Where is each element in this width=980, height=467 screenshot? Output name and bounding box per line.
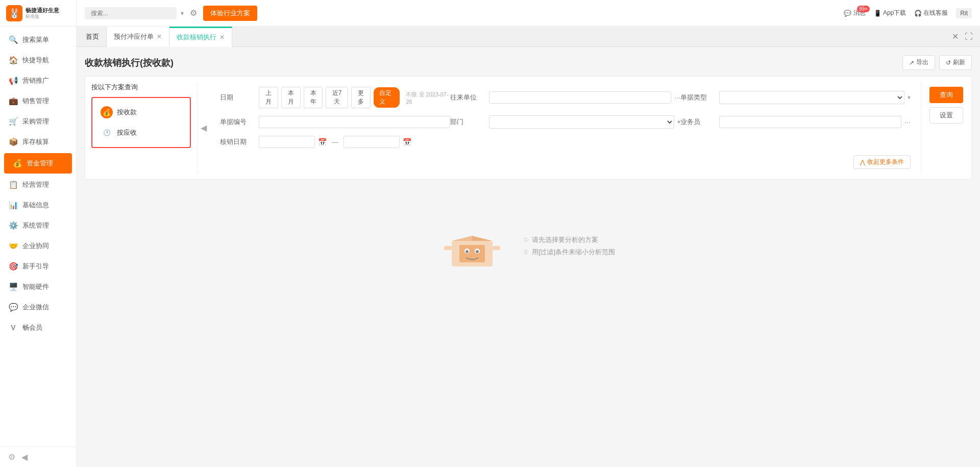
wechat-icon: 💬	[8, 302, 18, 312]
sidebar-item-sales[interactable]: 💼 销售管理	[0, 91, 76, 111]
refresh-icon: ↺	[946, 59, 951, 66]
info-icon: 📊	[8, 200, 18, 210]
bill-type-arrow: ▾	[908, 94, 911, 101]
setting-btn[interactable]: 设置	[929, 107, 963, 124]
salesman-field: 业务员 ···	[680, 116, 911, 128]
sidebar-item-purchase[interactable]: 🛒 采购管理	[0, 111, 76, 132]
empty-state: ① 请先选择要分析的方案 ② 用[过滤]条件来缩小分析范围	[85, 180, 972, 302]
filter-scheme-title: 按以下方案查询	[91, 83, 191, 92]
box-icon: 📦	[8, 137, 18, 147]
bill-type-field: 单据类型 ▾	[680, 91, 911, 104]
sidebar-item-search[interactable]: 🔍 搜索菜单	[0, 30, 76, 50]
tab-expand-action[interactable]: ⛶	[964, 31, 974, 42]
filter-option-by-receivable[interactable]: 🕐 按应收	[92, 122, 190, 143]
empty-hint-1: ① 请先选择要分析的方案	[523, 235, 615, 244]
search-icon: 🔍	[8, 35, 18, 45]
sidebar-item-marketing[interactable]: 📢 营销推广	[0, 70, 76, 91]
clipboard-icon: 📋	[8, 180, 18, 190]
date-btn-7days[interactable]: 近7天	[326, 87, 348, 108]
tab-bar: 首页 预付冲应付单 ✕ 收款核销执行 ✕ ✕ ⛶	[77, 27, 980, 47]
dept-select[interactable]	[489, 115, 674, 129]
sidebar-item-wechat[interactable]: 💬 企业微信	[0, 297, 76, 317]
sidebar-item-collab[interactable]: 🤝 企业协同	[0, 236, 76, 256]
sidebar-item-member[interactable]: V 畅会员	[0, 317, 76, 338]
counterparty-input[interactable]	[489, 91, 671, 104]
cart-icon: 🛒	[8, 116, 18, 127]
tab-receipt[interactable]: 收款核销执行 ✕	[169, 27, 232, 47]
date-btn-custom[interactable]: 自定义	[374, 87, 400, 108]
user-name[interactable]: Rit	[956, 8, 972, 18]
briefcase-icon: 💼	[8, 96, 18, 106]
sidebar-bottom: ⚙ ◀	[0, 447, 76, 467]
collapse-toggle[interactable]: ◀	[198, 83, 210, 173]
message-badge: 99+	[857, 6, 870, 12]
salesman-dots[interactable]: ···	[904, 118, 911, 126]
sidebar-item-basics[interactable]: 📊 基础信息	[0, 195, 76, 215]
money-icon: 💰	[12, 158, 22, 168]
date-btn-this-year[interactable]: 本年	[304, 87, 323, 108]
header-search-input[interactable]	[85, 7, 177, 19]
query-btn[interactable]: 查询	[929, 87, 963, 103]
empty-illustration	[442, 220, 503, 272]
sidebar-item-guide[interactable]: 🎯 新手引导	[0, 256, 76, 277]
filter-option-by-receipt[interactable]: 💰 按收款	[92, 102, 190, 122]
export-btn[interactable]: ↗ 导出	[902, 55, 935, 70]
salesman-input[interactable]	[719, 116, 901, 128]
gear-icon: ⚙️	[8, 220, 18, 231]
bill-no-input[interactable]	[259, 116, 450, 128]
sidebar-item-quicknav[interactable]: 🏠 快捷导航	[0, 50, 76, 70]
page-actions: ↗ 导出 ↺ 刷新	[902, 55, 972, 70]
refresh-btn[interactable]: ↺ 刷新	[939, 55, 972, 70]
bill-type-select[interactable]	[719, 91, 904, 104]
header-right: 💬 消息 99+ 📱 App下载 🎧 在线客服 Rit	[844, 8, 972, 18]
export-icon: ↗	[909, 59, 914, 66]
svg-marker-2	[472, 236, 493, 241]
svg-point-6	[465, 250, 469, 253]
sidebar-item-hardware[interactable]: 🖥️ 智能硬件	[0, 277, 76, 297]
receivable-scheme-icon: 🕐	[101, 127, 113, 139]
chevron-down-icon[interactable]: ▾	[181, 10, 184, 17]
message-icon: 💬	[844, 10, 851, 17]
calendar-start-icon[interactable]: 📅	[318, 138, 327, 146]
tab-close-receipt[interactable]: ✕	[219, 34, 225, 41]
sidebar-item-finance[interactable]: 💰 资金管理	[4, 153, 72, 174]
tab-home[interactable]: 首页	[79, 27, 107, 47]
tab-prepay[interactable]: 预付冲应付单 ✕	[107, 27, 169, 47]
counterparty-dots[interactable]: ···	[674, 93, 680, 102]
hardware-icon: 🖥️	[8, 282, 18, 292]
main-content: ▾ ⚙ 体验行业方案 💬 消息 99+ 📱 App下载 🎧 在线客服 Rit 首…	[77, 0, 980, 467]
logo-text: 畅捷通好生意 标准版	[26, 7, 59, 20]
filter-actions: 查询 设置	[921, 83, 971, 173]
verify-date-start[interactable]: 2023-03-01	[259, 136, 315, 148]
headset-icon: 🎧	[914, 10, 922, 17]
collapse-icon[interactable]: ◀	[21, 452, 28, 462]
date-buttons: 上月 本月 本年 近7天 更多 自定义	[259, 87, 400, 108]
sidebar-item-inventory[interactable]: 📦 库存核算	[0, 132, 76, 152]
date-btn-more[interactable]: 更多	[351, 87, 371, 108]
settings-icon[interactable]: ⚙	[8, 452, 15, 462]
collapse-chevron-icon: ⋀	[860, 159, 865, 166]
calendar-end-icon[interactable]: 📅	[403, 138, 411, 146]
megaphone-icon: 📢	[8, 76, 18, 86]
tab-close-action[interactable]: ✕	[951, 31, 960, 42]
date-btn-this-month[interactable]: 本月	[281, 87, 301, 108]
industry-btn[interactable]: 体验行业方案	[203, 6, 257, 21]
sidebar-item-operations[interactable]: 📋 经营管理	[0, 175, 76, 195]
app-logo: 🐰 畅捷通好生意 标准版	[0, 0, 76, 27]
empty-hint-2: ② 用[过滤]条件来缩小分析范围	[523, 248, 615, 257]
verify-date-end[interactable]: 2023-07-21	[344, 136, 400, 148]
page-header: 收款核销执行(按收款) ↗ 导出 ↺ 刷新	[85, 55, 972, 70]
message-btn[interactable]: 💬 消息 99+	[844, 9, 866, 17]
filter-form: 日期 上月 本月 本年 近7天 更多 自定义 不限 至 2023-07-26	[210, 83, 921, 173]
settings-icon[interactable]: ⚙	[188, 6, 199, 20]
empty-row: ① 请先选择要分析的方案 ② 用[过滤]条件来缩小分析范围	[442, 220, 615, 272]
tab-close-prepay[interactable]: ✕	[157, 33, 162, 40]
app-download-btn[interactable]: 📱 App下载	[874, 9, 906, 17]
online-service-btn[interactable]: 🎧 在线客服	[914, 9, 948, 17]
collapse-more-btn[interactable]: ⋀ 收起更多条件	[853, 155, 911, 169]
filter-row-3: 核销日期 2023-03-01 📅 — 2023-07-21 📅	[220, 136, 911, 148]
date-btn-last-month[interactable]: 上月	[259, 87, 278, 108]
sidebar-item-system[interactable]: ⚙️ 系统管理	[0, 215, 76, 236]
sidebar: 🐰 畅捷通好生意 标准版 🔍 搜索菜单 🏠 快捷导航 📢 营销推广 💼 销售管理…	[0, 0, 77, 467]
svg-marker-1	[452, 236, 472, 241]
